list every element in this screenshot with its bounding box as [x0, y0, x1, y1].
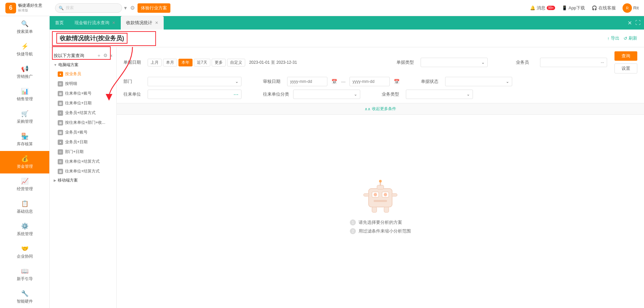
- panel-item-7[interactable]: ● 业务员+日期: [50, 137, 116, 147]
- query-button[interactable]: 查询: [614, 51, 637, 61]
- review-date-from-input[interactable]: [287, 77, 327, 86]
- sidebar-item-资金管理[interactable]: 💰 资金管理: [0, 151, 49, 173]
- business-type-select[interactable]: ⌄: [406, 90, 473, 99]
- settings-scheme-icon[interactable]: ⚙: [103, 53, 108, 59]
- set-button[interactable]: 设置: [614, 63, 637, 73]
- close-window-icon[interactable]: ✕: [628, 20, 632, 26]
- panel-item-2[interactable]: ▦ 往来单位+账号: [50, 89, 116, 98]
- more-date-btn[interactable]: 更多: [212, 59, 226, 66]
- panel-item-4[interactable]: ≡ 业务员+结算方式: [50, 108, 116, 118]
- svg-point-8: [379, 180, 382, 183]
- tab-bank-query-close[interactable]: ✕: [112, 20, 115, 25]
- panel-item-8[interactable]: ⊙ 部门+日期: [50, 147, 116, 157]
- panel-item-10[interactable]: ▦ 往来单位+结算方式: [50, 166, 116, 176]
- tab-collection-stats-close[interactable]: ✕: [155, 20, 158, 25]
- sidebar-item-库存核算[interactable]: 🏪 库存核算: [0, 129, 49, 151]
- sidebar-item-销售管理[interactable]: 📊 销售管理: [0, 84, 49, 106]
- sidebar-label-2: 营销推广: [17, 74, 33, 80]
- sidebar-icon-8: 📋: [21, 200, 29, 207]
- user-area[interactable]: R Rit: [623, 3, 639, 13]
- sidebar-item-新手引导[interactable]: 📖 新手引导: [0, 263, 49, 286]
- dropdown-arrow-icon[interactable]: ▾: [124, 5, 127, 11]
- refresh-button[interactable]: ↺ 刷新: [624, 35, 637, 41]
- last-7-days-btn[interactable]: 近7天: [194, 59, 210, 66]
- home-label: 首页: [55, 20, 64, 26]
- custom-date-btn[interactable]: 自定义: [227, 59, 245, 66]
- filter-row-1: 单据日期 上月 本月 本年 近7天 更多 自定义 2023-01-01 至: [123, 51, 637, 73]
- empty-steps: 1 请先选择要分析的方案 2 用过滤条件来缩小分析范围: [350, 219, 411, 234]
- sidebar-item-快捷导航[interactable]: ⚡ 快捷导航: [0, 39, 49, 61]
- section-desktop-label: 电脑端方案: [58, 62, 78, 68]
- sidebar-item-系统管理[interactable]: ⚙️ 系统管理: [0, 218, 49, 241]
- search-placeholder: 搜索: [66, 5, 74, 11]
- this-year-btn[interactable]: 本年: [178, 59, 193, 66]
- counterparty-more-icon[interactable]: ···: [233, 91, 238, 98]
- collapse-bar[interactable]: ∧∧ 收起更多条件: [117, 103, 644, 115]
- sidebar-label-1: 快捷导航: [17, 51, 33, 57]
- salesman-select[interactable]: ···: [540, 58, 607, 67]
- voucher-type-select[interactable]: ⌄: [421, 58, 488, 67]
- voucher-status-select[interactable]: ⌄: [445, 77, 512, 86]
- panel-item-9[interactable]: ⊞ 往来单位+结算方式: [50, 157, 116, 166]
- sidebar-label-4: 采购管理: [17, 119, 33, 124]
- app-download-item[interactable]: 📱 App下载: [562, 5, 585, 11]
- tab-bar-right: ✕ ⛶: [628, 20, 644, 26]
- counterparty-select[interactable]: ···: [148, 90, 241, 99]
- step-2-text: 用过滤条件来缩小分析范围: [359, 228, 411, 234]
- panel-item-5[interactable]: ▦ 按往来单位+部门+收...: [50, 118, 116, 127]
- counterparty-type-select[interactable]: ⌄: [293, 90, 360, 99]
- panel-item-icon-1: ⊞: [58, 81, 63, 87]
- svg-rect-12: [384, 207, 389, 212]
- sidebar-icon-12: 🔧: [21, 290, 29, 297]
- sidebar-item-营销推广[interactable]: 📢 营销推广: [0, 61, 49, 84]
- sidebar-item-基础信息[interactable]: 📋 基础信息: [0, 196, 49, 218]
- review-date-to-input[interactable]: [350, 77, 390, 86]
- top-search-bar[interactable]: 🔍 搜索: [55, 3, 122, 13]
- sidebar-item-经营管理[interactable]: 📈 经营管理: [0, 173, 49, 196]
- settings-icon[interactable]: ⚙: [130, 5, 135, 11]
- tab-bank-query[interactable]: 现金银行流水查询 ✕: [69, 16, 121, 30]
- logo-name: 畅捷通好生意: [18, 3, 42, 8]
- sidebar-label-3: 销售管理: [17, 96, 33, 102]
- filter-panel: 单据日期 上月 本月 本年 近7天 更多 自定义 2023-01-01 至: [117, 47, 644, 103]
- sidebar-label-8: 基础信息: [17, 209, 33, 214]
- tab-home[interactable]: 首页: [50, 16, 69, 30]
- sidebar-item-采购管理[interactable]: 🛒 采购管理: [0, 106, 49, 129]
- export-button[interactable]: ↑ 导出: [607, 35, 620, 41]
- section-mobile[interactable]: ▶ 移动端方案: [50, 176, 116, 185]
- left-panel: 按以下方案查询 ＋ ⚙ « ▼ 电脑端方案 ● 按业务员⊞ 按明细▦ 往来单位+…: [50, 47, 117, 308]
- panel-item-3[interactable]: ▦ 往来单位+日期: [50, 98, 116, 108]
- collapse-label: 收起更多条件: [372, 106, 396, 112]
- this-month-btn[interactable]: 本月: [163, 59, 177, 66]
- page-title: 收款情况统计(按业务员): [56, 33, 127, 44]
- sidebar-item-搜索菜单[interactable]: 🔍 搜索菜单: [0, 16, 49, 39]
- panel-item-icon-8: ⊙: [58, 149, 63, 155]
- main-content: 首页 现金银行流水查询 ✕ 收款情况统计 ✕ ✕ ⛶ 收款情况统计(按业务员) …: [50, 16, 644, 308]
- online-service-item[interactable]: 🎧 在线客服: [592, 5, 616, 11]
- panel-item-0[interactable]: ● 按业务员: [50, 69, 116, 79]
- panel-item-6[interactable]: ▦ 业务员+账号: [50, 127, 116, 137]
- trial-button[interactable]: 体验行业方案: [138, 3, 170, 13]
- maximize-icon[interactable]: ⛶: [635, 20, 641, 26]
- last-month-btn[interactable]: 上月: [148, 59, 162, 66]
- panel-item-label-3: 往来单位+日期: [65, 100, 92, 106]
- counterparty-label: 往来单位: [123, 91, 144, 97]
- dept-select[interactable]: ⌄: [148, 77, 241, 86]
- date-range: 2023-01-01 至 2023-12-31: [249, 60, 297, 65]
- sidebar-icon-1: ⚡: [21, 43, 29, 50]
- panel-item-1[interactable]: ⊞ 按明细: [50, 79, 116, 89]
- refresh-icon: ↺: [624, 36, 627, 41]
- tab-collection-stats[interactable]: 收款情况统计 ✕: [121, 16, 164, 30]
- add-scheme-icon[interactable]: ＋: [97, 53, 101, 59]
- svg-rect-10: [392, 194, 397, 196]
- messages-item[interactable]: 🔔 消息 99+: [530, 5, 555, 11]
- calendar-from-icon[interactable]: 📅: [331, 79, 337, 84]
- sidebar-icon-7: 📈: [21, 177, 29, 185]
- business-type-label: 业务类型: [382, 91, 402, 97]
- sidebar-item-企业协同[interactable]: 🤝 企业协同: [0, 241, 49, 263]
- section-desktop[interactable]: ▼ 电脑端方案: [50, 61, 116, 69]
- calendar-to-icon[interactable]: 📅: [394, 79, 399, 84]
- sidebar-item-智能硬件[interactable]: 🔧 智能硬件: [0, 286, 49, 308]
- collapse-panel-icon[interactable]: «: [110, 53, 112, 59]
- messages-label: 消息: [537, 5, 545, 11]
